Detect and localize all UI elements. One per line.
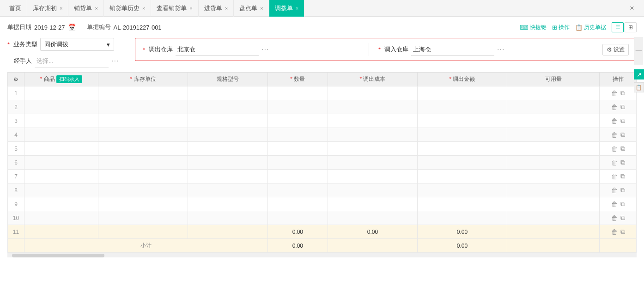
col-available-label: 可用量 (545, 76, 562, 82)
settings-label: 设置 (614, 46, 625, 54)
col-operation-label: 操作 (613, 76, 624, 82)
copy-icon-9[interactable]: ⧉ (620, 200, 625, 208)
tab-sales-order[interactable]: 销货单 × (68, 0, 103, 17)
row-op-5: 🗑⧉ (600, 142, 637, 156)
table-row: 9 🗑⧉ (8, 197, 637, 211)
row-op-4: 🗑⧉ (600, 128, 637, 142)
copy-icon-7[interactable]: ⧉ (620, 172, 625, 180)
delete-icon-7[interactable]: 🗑 (611, 173, 618, 180)
in-warehouse-dots[interactable]: ··· (497, 45, 504, 54)
delete-icon-3[interactable]: 🗑 (611, 117, 618, 125)
row-available-1 (507, 86, 600, 100)
col-settings[interactable]: ⚙ (8, 73, 24, 86)
sidebar-scrollbar[interactable]: │ (634, 37, 643, 65)
col-spec-label: 规格型号 (217, 76, 239, 82)
person-select[interactable]: 选择... (35, 55, 109, 67)
delete-icon-5[interactable]: 🗑 (611, 145, 618, 153)
row-product-1[interactable] (24, 86, 98, 100)
business-type-select[interactable]: 同价调拨 ▾ (40, 38, 114, 51)
copy-icon-6[interactable]: ⧉ (620, 159, 625, 166)
sidebar-expand-btn[interactable]: ↗ (634, 69, 644, 79)
horizontal-scrollbar[interactable] (7, 253, 637, 257)
delete-icon-8[interactable]: 🗑 (611, 187, 618, 194)
total-row: 小计 0.00 0.00 (8, 239, 637, 253)
calendar-icon[interactable]: 📅 (68, 24, 76, 31)
tab-transfer[interactable]: 调拨单 × (269, 0, 304, 17)
person-dots-btn[interactable]: ··· (111, 57, 119, 65)
tab-view-sales[interactable]: 查看销货单 × (151, 0, 198, 17)
sidebar-note-btn[interactable]: 📋 (634, 82, 644, 92)
row-cost-1[interactable] (328, 86, 417, 100)
tab-inventory-init-close[interactable]: × (60, 6, 62, 11)
window-close-button[interactable]: × (624, 0, 640, 17)
col-quantity: 数量 (267, 73, 328, 86)
copy-icon-5[interactable]: ⧉ (620, 145, 625, 153)
business-type-star: * (7, 41, 10, 48)
total-quantity: 0.00 (267, 239, 328, 253)
operation-btn[interactable]: ⊞ 操作 (552, 24, 570, 31)
col-available: 可用量 (507, 73, 600, 86)
in-warehouse-value[interactable]: 上海仓 (411, 43, 494, 56)
copy-icon-2[interactable]: ⧉ (620, 103, 625, 111)
copy-icon-1[interactable]: ⧉ (620, 89, 625, 97)
copy-icon-10[interactable]: ⧉ (620, 214, 625, 222)
out-warehouse-dots[interactable]: ··· (261, 45, 269, 54)
delete-icon-2[interactable]: 🗑 (611, 104, 618, 111)
row-unit-1[interactable] (98, 86, 188, 100)
delete-icon-4[interactable]: 🗑 (611, 131, 618, 139)
person-label: 经手人 (7, 57, 32, 65)
col-cost-label: 调出成本 (363, 76, 385, 82)
delete-icon-11[interactable]: 🗑 (611, 228, 618, 236)
form-divider (369, 43, 369, 56)
row-amount-1[interactable] (417, 86, 507, 100)
delete-icon-1[interactable]: 🗑 (611, 90, 618, 97)
tab-inventory-count[interactable]: 盘点单 × (234, 0, 269, 17)
document-header: 单据日期 2019-12-27 📅 单据编号 AL-20191227-001 ⌨… (7, 22, 637, 32)
tab-purchase-label: 进货单 (204, 4, 222, 12)
tab-purchase-close[interactable]: × (225, 6, 228, 11)
in-warehouse-label: 调入仓库 (384, 45, 408, 54)
row-op-6: 🗑⧉ (600, 156, 637, 170)
tab-sales-history-close[interactable]: × (142, 6, 145, 11)
in-warehouse-text: 上海仓 (413, 45, 431, 54)
tab-bar: 首页 库存期初 × 销货单 × 销货单历史 × 查看销货单 × 进货单 × 盘点… (0, 0, 644, 17)
list-view-btn[interactable]: ☰ (612, 22, 624, 32)
row-spec-1[interactable] (188, 86, 268, 100)
copy-icon-11[interactable]: ⧉ (620, 228, 625, 236)
tab-transfer-close[interactable]: × (296, 6, 298, 11)
copy-icon-8[interactable]: ⧉ (620, 186, 625, 194)
date-value: 2019-12-27 (34, 24, 65, 31)
tab-home[interactable]: 首页 (4, 0, 27, 17)
tab-purchase[interactable]: 进货单 × (199, 0, 234, 17)
row-op-10: 🗑⧉ (600, 211, 637, 225)
row-qty-1[interactable] (267, 86, 328, 100)
number-label: 单据编号 (87, 23, 111, 31)
operation-label: 操作 (559, 24, 570, 31)
scan-button[interactable]: 扫码录入 (56, 75, 82, 83)
row-num-9: 9 (8, 197, 24, 211)
row-num-3: 3 (8, 114, 24, 128)
person-group: 经手人 选择... ··· (7, 55, 128, 67)
scroll-thumb[interactable] (12, 254, 104, 257)
col-operation: 操作 (600, 73, 637, 86)
delete-icon-9[interactable]: 🗑 (611, 201, 618, 208)
copy-icon-4[interactable]: ⧉ (620, 131, 625, 139)
settings-button[interactable]: ⚙ 设置 (602, 44, 629, 55)
copy-icon-3[interactable]: ⧉ (620, 117, 625, 125)
grid-view-btn[interactable]: ⊞ (625, 22, 637, 32)
delete-icon-6[interactable]: 🗑 (611, 159, 618, 166)
tab-inventory-count-close[interactable]: × (260, 6, 263, 11)
tab-sales-order-close[interactable]: × (95, 6, 97, 11)
in-warehouse-star: * (378, 46, 381, 53)
right-sidebar: │ ↗ 📋 (634, 37, 644, 92)
history-btn[interactable]: 📋 历史单据 (575, 24, 606, 31)
tab-view-sales-close[interactable]: × (189, 6, 192, 11)
row-num-8: 8 (8, 183, 24, 197)
delete-icon-10[interactable]: 🗑 (611, 214, 618, 222)
tab-sales-history[interactable]: 销货单历史 × (104, 0, 151, 17)
table-row: 4 🗑⧉ (8, 128, 637, 142)
shortcut-btn[interactable]: ⌨ 快捷键 (520, 24, 547, 31)
out-warehouse-value[interactable]: 北京仓 (176, 43, 259, 56)
tab-inventory-init[interactable]: 库存期初 × (27, 0, 68, 17)
in-warehouse-group: * 调入仓库 上海仓 ··· (378, 43, 595, 56)
